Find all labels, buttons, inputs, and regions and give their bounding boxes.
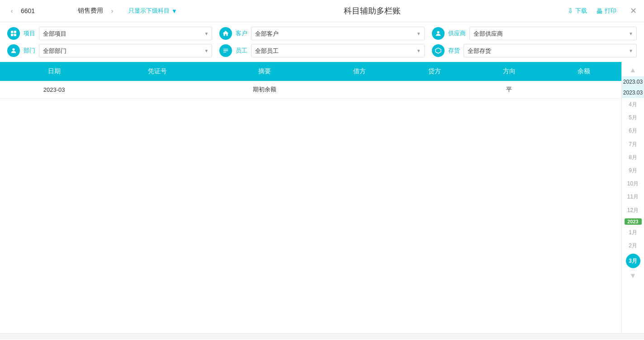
filter-supplier: 供应商 全部供应商 ▼ bbox=[432, 27, 637, 40]
svg-rect-8 bbox=[223, 52, 227, 52]
department-select[interactable]: 全部部门 bbox=[39, 44, 212, 57]
sidebar-month-2023-03-second[interactable]: 2023.03 bbox=[622, 87, 644, 98]
right-sidebar: ▲ 2023.03 2023.03 4月 5月 6月 7月 8月 9月 10月 … bbox=[621, 62, 644, 333]
sidebar-month-8[interactable]: 8月 bbox=[622, 151, 644, 164]
cell-summary: 期初余额 bbox=[207, 81, 322, 99]
col-balance: 余额 bbox=[547, 62, 621, 81]
sidebar-month-11[interactable]: 11月 bbox=[622, 190, 644, 203]
svg-rect-0 bbox=[11, 31, 13, 33]
svg-rect-1 bbox=[14, 31, 16, 33]
filter-area: 项目 全部项目 ▼ 客户 全部客户 ▼ 供应 bbox=[0, 22, 644, 62]
customer-select-wrapper: 全部客户 ▼ bbox=[251, 27, 424, 40]
sidebar-nav-up-button[interactable]: ▲ bbox=[625, 64, 641, 76]
sidebar-month-7[interactable]: 7月 bbox=[622, 138, 644, 151]
table-area[interactable]: 日期 凭证号 摘要 借方 贷方 方向 余额 2023-03 期初余额 bbox=[0, 62, 621, 333]
cell-date: 2023-03 bbox=[0, 81, 108, 99]
download-button[interactable]: ⇩ 下载 bbox=[568, 7, 587, 15]
sidebar-year-label: 2023 bbox=[625, 218, 642, 225]
department-select-wrapper: 全部部门 ▼ bbox=[39, 44, 212, 57]
supplier-select[interactable]: 全部供应商 bbox=[469, 27, 637, 40]
project-icon bbox=[7, 27, 20, 40]
customer-icon bbox=[219, 27, 232, 40]
prev-account-button[interactable]: ‹ bbox=[7, 6, 16, 15]
download-label: 下载 bbox=[575, 7, 587, 15]
sidebar-month-9[interactable]: 9月 bbox=[622, 164, 644, 177]
svg-rect-3 bbox=[14, 34, 16, 36]
show-sub-arrow-icon: ▼ bbox=[171, 8, 177, 14]
close-button[interactable]: ✕ bbox=[630, 6, 637, 16]
toolbar-right: ⇩ 下载 🖶 打印 ✕ bbox=[568, 6, 637, 16]
filter-employee: 员工 全部员工 ▼ bbox=[219, 44, 424, 57]
department-icon bbox=[7, 44, 20, 57]
inventory-label: 存货 bbox=[448, 47, 460, 55]
sidebar-month-12[interactable]: 12月 bbox=[622, 204, 644, 217]
svg-rect-6 bbox=[223, 49, 228, 49]
next-account-button[interactable]: › bbox=[108, 6, 117, 15]
sidebar-month-2023-03-first[interactable]: 2023.03 bbox=[622, 76, 644, 87]
sidebar-month-5[interactable]: 5月 bbox=[622, 111, 644, 124]
sidebar-month-4[interactable]: 4月 bbox=[622, 98, 644, 111]
employee-select[interactable]: 全部员工 bbox=[251, 44, 424, 57]
print-button[interactable]: 🖶 打印 bbox=[596, 7, 616, 15]
employee-select-wrapper: 全部员工 ▼ bbox=[251, 44, 424, 57]
cell-balance bbox=[547, 81, 621, 99]
sidebar-month-jan[interactable]: 1月 bbox=[622, 226, 644, 239]
customer-select[interactable]: 全部客户 bbox=[251, 27, 424, 40]
inventory-select-wrapper: 全部存货 ▼ bbox=[464, 44, 637, 57]
inventory-icon bbox=[432, 44, 445, 57]
svg-rect-2 bbox=[11, 34, 13, 36]
cell-debit bbox=[322, 81, 397, 99]
filter-department: 部门 全部部门 ▼ bbox=[7, 44, 212, 57]
show-sub-button[interactable]: 只显示下级科目 ▼ bbox=[128, 7, 177, 15]
cell-direction: 平 bbox=[472, 81, 546, 99]
cell-voucher bbox=[108, 81, 207, 99]
supplier-label: 供应商 bbox=[448, 29, 466, 38]
print-label: 打印 bbox=[605, 7, 616, 15]
col-voucher: 凭证号 bbox=[108, 62, 207, 81]
sidebar-month-mar-active[interactable]: 3月 bbox=[626, 254, 640, 268]
top-bar: ‹ 销售费用 › 只显示下级科目 ▼ 科目辅助多栏账 ⇩ 下载 🖶 打印 ✕ bbox=[0, 0, 644, 22]
svg-point-5 bbox=[12, 48, 14, 51]
customer-label: 客户 bbox=[236, 29, 247, 38]
print-icon: 🖶 bbox=[596, 7, 603, 15]
sidebar-month-10[interactable]: 10月 bbox=[622, 177, 644, 190]
content-wrapper: 日期 凭证号 摘要 借方 贷方 方向 余额 2023-03 期初余额 bbox=[0, 62, 644, 333]
col-date: 日期 bbox=[0, 62, 108, 81]
employee-label: 员工 bbox=[236, 47, 247, 55]
col-credit: 贷方 bbox=[397, 62, 472, 81]
project-label: 项目 bbox=[24, 29, 35, 38]
table-row: 2023-03 期初余额 平 bbox=[0, 81, 621, 99]
col-summary: 摘要 bbox=[207, 62, 322, 81]
svg-point-4 bbox=[437, 31, 439, 33]
page-title: 科目辅助多栏账 bbox=[182, 5, 563, 16]
supplier-icon bbox=[432, 27, 445, 40]
show-sub-label: 只显示下级科目 bbox=[128, 7, 170, 15]
project-select-wrapper: 全部项目 ▼ bbox=[39, 27, 212, 40]
account-name-label: 销售费用 bbox=[78, 7, 103, 15]
col-direction: 方向 bbox=[472, 62, 546, 81]
sidebar-nav-down-button[interactable]: ▼ bbox=[625, 269, 641, 282]
department-label: 部门 bbox=[24, 47, 35, 55]
inventory-select[interactable]: 全部存货 bbox=[464, 44, 637, 57]
employee-icon bbox=[219, 44, 232, 57]
horizontal-scrollbar[interactable] bbox=[0, 333, 644, 340]
app-container: ‹ 销售费用 › 只显示下级科目 ▼ 科目辅助多栏账 ⇩ 下载 🖶 打印 ✕ bbox=[0, 0, 644, 340]
svg-rect-7 bbox=[223, 50, 228, 51]
table-header-row: 日期 凭证号 摘要 借方 贷方 方向 余额 bbox=[0, 62, 621, 81]
col-debit: 借方 bbox=[322, 62, 397, 81]
sidebar-month-6[interactable]: 6月 bbox=[622, 124, 644, 137]
cell-credit bbox=[397, 81, 472, 99]
supplier-select-wrapper: 全部供应商 ▼ bbox=[469, 27, 637, 40]
main-table: 日期 凭证号 摘要 借方 贷方 方向 余额 2023-03 期初余额 bbox=[0, 62, 621, 99]
filter-inventory: 存货 全部存货 ▼ bbox=[432, 44, 637, 57]
sidebar-month-feb[interactable]: 2月 bbox=[622, 239, 644, 252]
project-select[interactable]: 全部项目 bbox=[39, 27, 212, 40]
filter-customer: 客户 全部客户 ▼ bbox=[219, 27, 424, 40]
account-code-input[interactable] bbox=[21, 7, 75, 14]
download-icon: ⇩ bbox=[568, 7, 573, 15]
account-code: 销售费用 bbox=[21, 7, 103, 15]
filter-project: 项目 全部项目 ▼ bbox=[7, 27, 212, 40]
